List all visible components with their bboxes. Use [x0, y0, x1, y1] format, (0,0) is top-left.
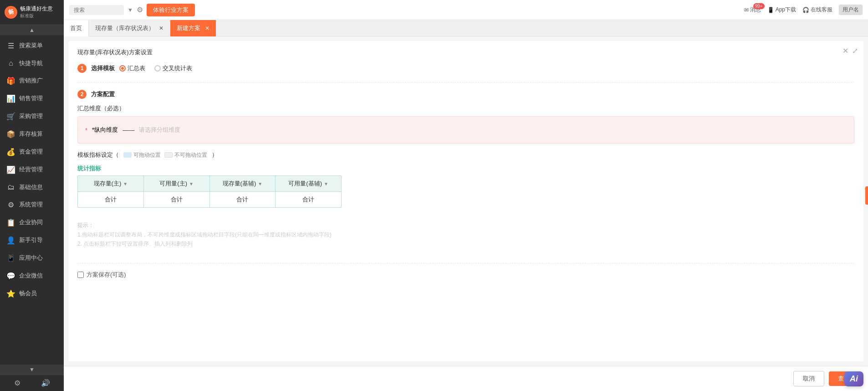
legend-blue-box: [123, 152, 132, 158]
sidebar-item-inventory[interactable]: 📦 库存核算: [0, 125, 64, 143]
tab-home[interactable]: 首页: [64, 20, 89, 36]
close-panel-icon[interactable]: ✕: [842, 46, 848, 55]
tab-new-plan[interactable]: 新建方案 ✕: [170, 20, 216, 36]
section2-title: 方案配置: [91, 90, 115, 98]
stats-table: 现存量(主) ▼ 可用量(主) ▼ 现存量(基辅) ▼: [77, 175, 342, 208]
topbar-right: ✉ 消息 99+ 📱 App下载 🎧 在线客服 用户名: [744, 5, 863, 15]
service-icon: 🎧: [802, 7, 809, 13]
template-radio-group: 汇总表 交叉统计表: [119, 64, 192, 72]
section2-num: 2: [77, 90, 87, 99]
sidebar-item-sales[interactable]: 📊 销售管理: [0, 90, 64, 108]
legend-draggable-label: 可拖动位置: [133, 151, 161, 159]
marketing-icon: 🎁: [6, 77, 15, 85]
stats-th-0[interactable]: 现存量(主) ▼: [78, 176, 144, 191]
radio-dot-summary: [119, 65, 126, 72]
new-plan-tab-label: 新建方案: [177, 24, 200, 32]
dimension-box[interactable]: * *纵向维度 —— 请选择分组维度: [77, 116, 854, 144]
tabbar: 首页 现存量（库存状况表） ✕ 新建方案 ✕: [64, 20, 868, 36]
search-input[interactable]: [69, 5, 124, 15]
sidebar-scroll-down[interactable]: ▼: [0, 365, 64, 375]
sidebar-item-member[interactable]: ⭐ 畅会员: [0, 285, 64, 303]
stats-th-1[interactable]: 可用量(主) ▼: [144, 176, 210, 191]
user-menu[interactable]: 用户名: [839, 5, 863, 15]
stats-th-down-1: ▼: [189, 181, 194, 186]
right-hint-bar: [865, 186, 868, 205]
app-download-button[interactable]: 📱 App下载: [767, 6, 796, 14]
sidebar-item-marketing[interactable]: 🎁 营销推广: [0, 72, 64, 90]
dimension-dash: ——: [123, 127, 134, 134]
sidebar-item-quick-nav[interactable]: ⌂ 快捷导航: [0, 55, 64, 72]
radio-cross[interactable]: 交叉统计表: [154, 64, 192, 72]
dimension-label: 汇总维度（必选）: [77, 104, 854, 113]
tab-inventory-status[interactable]: 现存量（库存状况表） ✕: [89, 20, 170, 36]
sidebar-item-apps[interactable]: 📱 应用中心: [0, 249, 64, 267]
message-button[interactable]: ✉ 消息 99+: [744, 6, 761, 14]
sidebar-item-wechat[interactable]: 💬 企业微信: [0, 267, 64, 285]
radio-summary[interactable]: 汇总表: [119, 64, 145, 72]
ai-badge[interactable]: Ai: [844, 371, 863, 386]
dimension-required-label: *纵向维度: [92, 126, 118, 134]
panel-controls: ✕ ⤢: [842, 46, 858, 55]
sidebar-item-system[interactable]: ⚙ 系统管理: [0, 196, 64, 214]
stats-th-2[interactable]: 现存量(基辅) ▼: [210, 176, 276, 191]
indicator-setting-row: 模板指标设定（ 可拖动位置 不可拖动位置 ）: [77, 151, 854, 159]
sidebar-item-basic[interactable]: 🗂 基础信息: [0, 179, 64, 196]
trial-btn[interactable]: 体验行业方案: [147, 4, 195, 16]
section-plan-config: 2 方案配置 汇总维度（必选） * *纵向维度 —— 请选择分组维度 模板指标设…: [77, 90, 854, 254]
required-star: *: [85, 127, 87, 134]
inventory-tab-label: 现存量（库存状况表）: [95, 24, 154, 32]
stats-section: 统计指标 现存量(主) ▼ 可用量(主) ▼: [77, 165, 854, 208]
message-badge: 99+: [753, 3, 765, 9]
sidebar-item-search-menu[interactable]: ☰ 搜索菜单: [0, 37, 64, 55]
save-label: 方案保存(可选): [87, 271, 126, 279]
sound-icon[interactable]: 🔊: [41, 379, 50, 387]
online-service-button[interactable]: 🎧 在线客服: [802, 6, 832, 14]
section-choose-template: 1 选择模板 汇总表 交叉统计表: [77, 64, 854, 73]
tab-close-inventory[interactable]: ✕: [159, 25, 163, 31]
settings-icon[interactable]: ⚙: [14, 379, 20, 387]
enterprise-icon: 📋: [6, 218, 15, 227]
member-icon: ⭐: [6, 289, 15, 298]
sidebar-item-newguide[interactable]: 👤 新手引导: [0, 232, 64, 249]
tab-close-new-plan[interactable]: ✕: [205, 25, 209, 31]
basic-icon: 🗂: [6, 183, 15, 191]
legend-fixed-label: 不可拖动位置: [174, 151, 207, 159]
stats-td-1: 合计: [144, 191, 210, 207]
system-icon: ⚙: [6, 201, 15, 209]
stats-th-label-3: 可用量(基辅): [288, 180, 322, 188]
save-checkbox[interactable]: [77, 272, 84, 278]
section1-header: 1 选择模板 汇总表 交叉统计表: [77, 64, 854, 73]
indicator-setting-label: 模板指标设定（: [77, 151, 119, 159]
stats-td-3: 合计: [276, 191, 341, 207]
save-row: 方案保存(可选): [77, 271, 854, 279]
stats-label: 统计指标: [77, 165, 854, 173]
apps-icon: 📱: [6, 254, 15, 262]
sidebar-item-label: 搜索菜单: [19, 41, 43, 50]
sidebar-logo: 畅 畅康通好生意 标准版: [0, 0, 64, 25]
purchase-icon: 🛒: [6, 112, 15, 121]
main-panel: 现存量(库存状况表)方案设置 ✕ ⤢ 1 选择模板 汇总表: [68, 41, 863, 361]
sidebar-scroll-up[interactable]: ▲: [0, 25, 64, 35]
radio-cross-label: 交叉统计表: [163, 64, 192, 72]
cancel-button[interactable]: 取消: [793, 371, 824, 386]
inventory-icon: 📦: [6, 130, 15, 139]
legend-gray-box: [164, 152, 173, 158]
logo-icon: 畅: [5, 6, 17, 19]
stats-th-3[interactable]: 可用量(基辅) ▼: [276, 176, 341, 191]
quick-nav-icon: ⌂: [6, 59, 15, 67]
stats-th-down-0: ▼: [123, 181, 128, 186]
sidebar-item-enterprise[interactable]: 📋 企业协同: [0, 214, 64, 232]
sidebar-item-purchase[interactable]: 🛒 采购管理: [0, 108, 64, 125]
radio-summary-label: 汇总表: [128, 64, 145, 72]
dropdown-icon[interactable]: ▼: [128, 7, 133, 13]
hint-item-1: 2. 点击标题栏下拉可设置排序、插入列和删除列: [77, 240, 854, 248]
expand-panel-icon[interactable]: ⤢: [852, 46, 858, 55]
sidebar: 畅 畅康通好生意 标准版 ▲ ☰ 搜索菜单 ⌂ 快捷导航 🎁 营销推广 📊 销售…: [0, 0, 64, 391]
sidebar-item-finance[interactable]: 💰 资金管理: [0, 143, 64, 161]
sidebar-item-business[interactable]: 📈 经营管理: [0, 161, 64, 179]
section1-num: 1: [77, 64, 87, 73]
gear-icon[interactable]: ⚙: [137, 5, 143, 14]
stats-th-label-0: 现存量(主): [94, 180, 122, 188]
legend-fixed: 不可拖动位置: [164, 151, 207, 159]
section1-title: 选择模板: [91, 64, 115, 72]
